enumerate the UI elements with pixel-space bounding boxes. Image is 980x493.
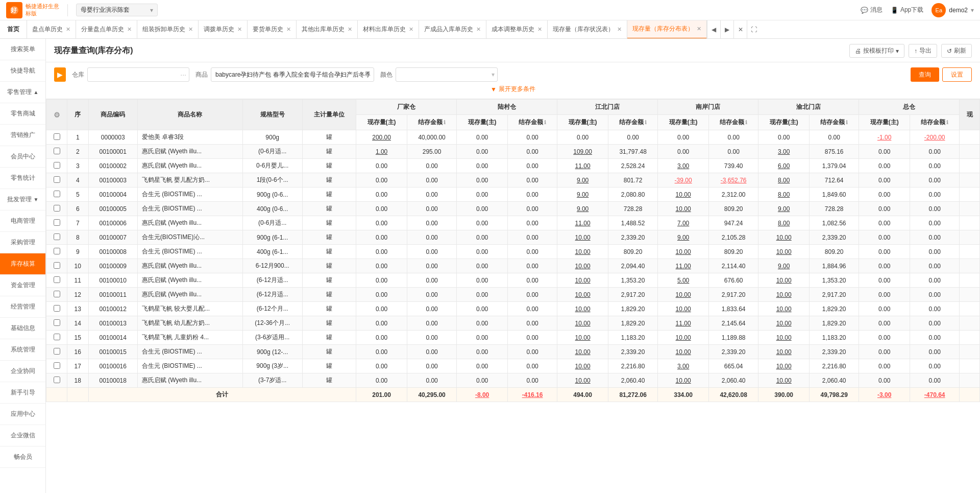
row-checkbox[interactable] [54, 219, 60, 226]
sidebar-item-purchase[interactable]: 采购管理 [0, 232, 45, 253]
cell-total-qty[interactable]: 0.00 [859, 259, 910, 273]
cell-check[interactable] [46, 230, 67, 245]
cell-na-qty[interactable]: 10.00 [658, 245, 709, 259]
tab-6[interactable]: 其他出库单历史 ✕ [297, 20, 358, 39]
cell-total-qty[interactable]: 0.00 [859, 230, 910, 245]
cell-yb-qty[interactable]: 10.00 [758, 345, 810, 359]
cell-check[interactable] [46, 145, 67, 159]
tab-1[interactable]: 盘点单历史 ✕ [27, 20, 76, 39]
goods-input[interactable] [211, 67, 374, 82]
cell-check[interactable] [46, 345, 67, 359]
tab-10[interactable]: 现存量（库存状况表） ✕ [548, 20, 627, 39]
cell-total-qty[interactable]: 0.00 [859, 331, 910, 345]
cell-na-qty[interactable]: 9.00 [658, 230, 709, 245]
row-checkbox[interactable] [54, 233, 60, 240]
query-btn[interactable]: 查询 [911, 67, 939, 82]
cell-lc-qty[interactable]: 0.00 [457, 230, 508, 245]
tab-prev-btn[interactable]: ◀ [707, 20, 720, 39]
sidebar-item-search[interactable]: 搜索英单 [0, 39, 45, 60]
cell-jb-qty[interactable]: 10.00 [557, 259, 608, 273]
cell-factory-qty[interactable]: 0.00 [356, 230, 407, 245]
cell-lc-qty[interactable]: 0.00 [457, 359, 508, 373]
cell-lc-qty[interactable]: 0.00 [457, 373, 508, 388]
cell-factory-qty[interactable]: 200.00 [356, 130, 407, 145]
cell-lc-qty[interactable]: 0.00 [457, 259, 508, 273]
cell-jb-qty[interactable]: 9.00 [557, 173, 608, 187]
settings-btn[interactable]: 设置 [942, 67, 972, 82]
cell-yb-qty[interactable]: 10.00 [758, 273, 810, 288]
cell-lc-qty[interactable]: 0.00 [457, 202, 508, 216]
cell-check[interactable] [46, 359, 67, 373]
cell-total-qty[interactable]: 0.00 [859, 316, 910, 331]
row-checkbox[interactable] [54, 248, 60, 254]
cell-jb-qty[interactable]: 10.00 [557, 230, 608, 245]
cell-jb-qty[interactable]: 9.00 [557, 187, 608, 202]
row-checkbox[interactable] [54, 362, 60, 369]
cell-check[interactable] [46, 245, 67, 259]
sidebar-item-nav[interactable]: 快捷导航 [0, 60, 45, 82]
cell-total-qty[interactable]: -1.00 [859, 130, 910, 145]
cell-na-qty[interactable]: 3.00 [658, 359, 709, 373]
cell-lc-qty[interactable]: 0.00 [457, 316, 508, 331]
tab-close-all-btn[interactable]: ✕ [733, 20, 747, 39]
tab-7-close[interactable]: ✕ [409, 26, 413, 33]
sidebar-item-retail[interactable]: 零售管理 ▲ [0, 82, 45, 103]
cell-check[interactable] [46, 159, 67, 173]
cell-yb-qty[interactable]: 10.00 [758, 316, 810, 331]
jb-amt-info-icon[interactable]: ℹ [645, 120, 647, 125]
user-area[interactable]: Ea demo2 ▾ [932, 3, 974, 17]
message-btn[interactable]: 💬 消息 [861, 6, 883, 14]
sidebar-item-system[interactable]: 系统管理 [0, 339, 45, 361]
cell-yb-qty[interactable]: 10.00 [758, 288, 810, 302]
cell-yb-qty[interactable]: 10.00 [758, 331, 810, 345]
row-checkbox[interactable] [54, 305, 60, 312]
cell-lc-qty[interactable]: 0.00 [457, 187, 508, 202]
tab-9[interactable]: 成本调整单历史 ✕ [486, 20, 548, 39]
factory-amt-info-icon[interactable]: ℹ [444, 120, 446, 125]
tab-1-close[interactable]: ✕ [66, 26, 70, 33]
cell-yb-qty[interactable]: 9.00 [758, 202, 810, 216]
cell-na-qty[interactable]: 10.00 [658, 302, 709, 316]
cell-na-qty[interactable]: 10.00 [658, 187, 709, 202]
cell-na-qty[interactable]: 11.00 [658, 259, 709, 273]
tab-8[interactable]: 产成品入库单历史 ✕ [419, 20, 486, 39]
tab-5-close[interactable]: ✕ [286, 26, 291, 33]
row-checkbox[interactable] [54, 133, 60, 140]
tab-3-close[interactable]: ✕ [188, 26, 193, 33]
cell-total-qty[interactable]: 0.00 [859, 373, 910, 388]
cell-na-qty[interactable]: 0.00 [658, 130, 709, 145]
cell-lc-qty[interactable]: 0.00 [457, 345, 508, 359]
cell-lc-qty[interactable]: 0.00 [457, 331, 508, 345]
cell-na-qty[interactable]: 10.00 [658, 345, 709, 359]
cell-na-qty[interactable]: 10.00 [658, 373, 709, 388]
cell-total-qty[interactable]: 0.00 [859, 359, 910, 373]
cell-yb-qty[interactable]: 10.00 [758, 373, 810, 388]
row-checkbox[interactable] [54, 291, 60, 297]
sidebar-item-finance[interactable]: 资金管理 [0, 275, 45, 296]
sidebar-item-member[interactable]: 会员中心 [0, 146, 45, 168]
cell-yb-qty[interactable]: 10.00 [758, 230, 810, 245]
cell-na-qty[interactable]: 3.00 [658, 159, 709, 173]
cell-jb-qty[interactable]: 10.00 [557, 302, 608, 316]
tab-7[interactable]: 材料出库单历史 ✕ [358, 20, 419, 39]
dropdown-selector[interactable]: 母婴行业演示陈套 ▾ [76, 4, 158, 16]
cell-lc-qty[interactable]: 0.00 [457, 130, 508, 145]
refresh-btn[interactable]: ↺ 刷新 [941, 44, 972, 58]
sidebar-item-collab[interactable]: 企业协同 [0, 361, 45, 382]
lc-amt-info-icon[interactable]: ℹ [544, 120, 546, 125]
cell-yb-qty[interactable]: 10.00 [758, 245, 810, 259]
tab-11-close[interactable]: ✕ [697, 26, 701, 32]
total-amt-info-icon[interactable]: ℹ [946, 120, 948, 125]
cell-total-qty[interactable]: 0.00 [859, 345, 910, 359]
th-gear[interactable]: ⚙ [46, 100, 67, 130]
cell-lc-qty[interactable]: 0.00 [457, 273, 508, 288]
cell-check[interactable] [46, 259, 67, 273]
row-checkbox[interactable] [54, 334, 60, 340]
cell-yb-qty[interactable]: 8.00 [758, 173, 810, 187]
cell-total-qty[interactable]: 0.00 [859, 145, 910, 159]
cell-yb-qty[interactable]: 8.00 [758, 216, 810, 230]
cell-factory-qty[interactable]: 0.00 [356, 245, 407, 259]
tab-expand-btn[interactable]: ⛶ [747, 20, 760, 39]
tab-9-close[interactable]: ✕ [537, 26, 542, 33]
cell-na-qty[interactable]: 10.00 [658, 202, 709, 216]
